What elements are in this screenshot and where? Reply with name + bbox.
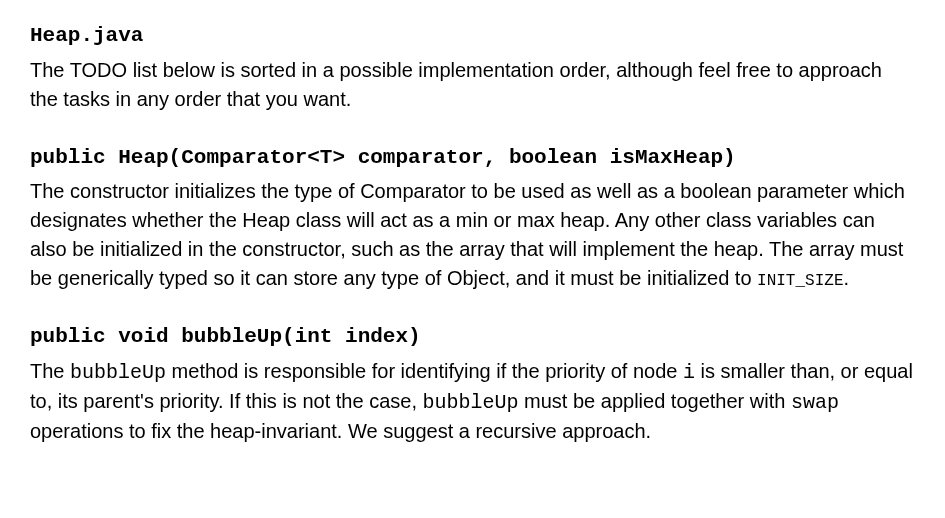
heading-bubbleup: public void bubbleUp(int index) bbox=[30, 321, 915, 353]
text-fragment: . bbox=[843, 267, 849, 289]
text-fragment: method is responsible for identifying if… bbox=[166, 360, 683, 382]
body-bubbleup: The bubbleUp method is responsible for i… bbox=[30, 357, 915, 446]
code-bubbleup-2: bubbleUp bbox=[423, 391, 519, 414]
body-constructor: The constructor initializes the type of … bbox=[30, 177, 915, 293]
code-i: i bbox=[683, 361, 695, 384]
section-bubbleup: public void bubbleUp(int index) The bubb… bbox=[30, 321, 915, 446]
heading-heap-java: Heap.java bbox=[30, 20, 915, 52]
section-heap-java: Heap.java The TODO list below is sorted … bbox=[30, 20, 915, 114]
text-fragment: The bbox=[30, 360, 70, 382]
code-swap: swap bbox=[791, 391, 839, 414]
section-constructor: public Heap(Comparator<T> comparator, bo… bbox=[30, 142, 915, 294]
text-fragment: The TODO list below is sorted in a possi… bbox=[30, 59, 882, 110]
text-fragment: operations to fix the heap-invariant. We… bbox=[30, 420, 651, 442]
code-bubbleup: bubbleUp bbox=[70, 361, 166, 384]
text-fragment: must be applied together with bbox=[519, 390, 791, 412]
body-heap-java: The TODO list below is sorted in a possi… bbox=[30, 56, 915, 114]
heading-constructor: public Heap(Comparator<T> comparator, bo… bbox=[30, 142, 915, 174]
code-init-size: INIT_SIZE bbox=[757, 272, 843, 290]
